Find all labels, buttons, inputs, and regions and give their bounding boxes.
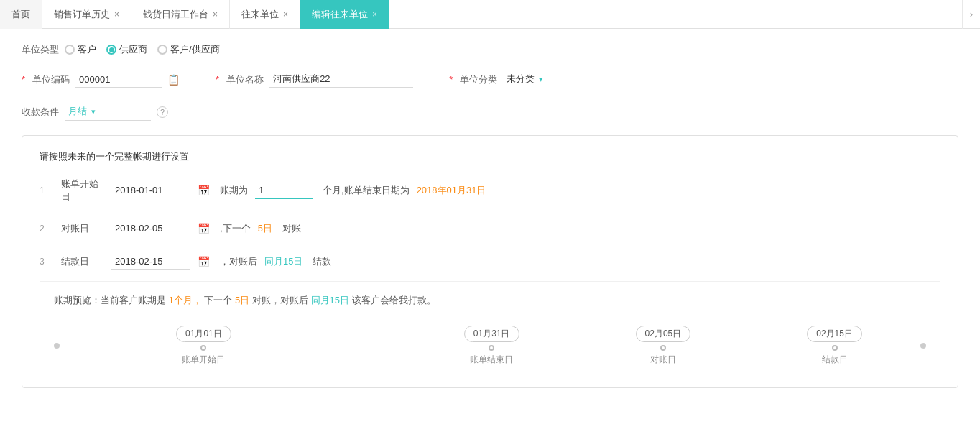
tab-home[interactable]: 首页 bbox=[0, 0, 42, 29]
unit-info-row: * 单位编码 📋 * 单位名称 * 单位分类 未分类 ▾ bbox=[22, 70, 958, 88]
payment-terms-group: 收款条件 月结 ▾ ? bbox=[22, 103, 168, 121]
close-partner-icon[interactable]: × bbox=[283, 9, 288, 19]
row-1-end-date: 2018年01月31日 bbox=[417, 184, 486, 197]
preview-section: 账期预览：当前客户账期是 1个月， 下一个 5日 对账，对账后 同月15日 该客… bbox=[40, 281, 940, 318]
unit-type-group: 单位类型 客户 供应商 客户/供应商 bbox=[22, 43, 220, 56]
radio-supplier-label: 供应商 bbox=[119, 43, 147, 56]
unit-type-row: 单位类型 客户 供应商 客户/供应商 bbox=[22, 43, 958, 56]
radio-customer-circle bbox=[65, 45, 75, 55]
row-1-label: 账单开始日 bbox=[61, 178, 104, 203]
tab-cash-work[interactable]: 钱货日清工作台 × bbox=[131, 0, 230, 29]
row-1-num: 1 bbox=[40, 185, 54, 196]
unit-category-arrow-icon: ▾ bbox=[539, 75, 543, 84]
radio-supplier-circle bbox=[106, 45, 116, 55]
detail-row-2: 2 对账日 📅 ,下一个 5日 对账 bbox=[40, 221, 940, 236]
tab-cash-work-label: 钱货日清工作台 bbox=[143, 8, 208, 21]
timeline-seg-3 bbox=[519, 346, 636, 346]
timeline-node-4-dot bbox=[832, 345, 838, 351]
row-2-date-input[interactable] bbox=[111, 221, 190, 236]
radio-supplier[interactable]: 供应商 bbox=[106, 43, 147, 56]
preview-period: 1个月， bbox=[169, 295, 202, 305]
row-3-num: 3 bbox=[40, 257, 54, 267]
unit-name-group: * 单位名称 bbox=[216, 72, 413, 88]
payment-terms-row: 收款条件 月结 ▾ ? bbox=[22, 103, 958, 121]
payment-terms-value: 月结 bbox=[68, 105, 87, 118]
unit-name-input[interactable] bbox=[269, 72, 413, 88]
preview-label: 账期预览：当前客户账期是 bbox=[54, 295, 166, 305]
tab-partner-label: 往来单位 bbox=[241, 8, 279, 21]
timeline-node-1-date: 01月01日 bbox=[176, 326, 231, 342]
help-icon[interactable]: ? bbox=[157, 106, 168, 118]
tab-partner[interactable]: 往来单位 × bbox=[230, 0, 300, 29]
close-cash-work-icon[interactable]: × bbox=[213, 9, 218, 19]
row-2-label: 对账日 bbox=[61, 222, 104, 235]
payment-terms-select[interactable]: 月结 ▾ bbox=[65, 103, 151, 121]
unit-code-input[interactable] bbox=[75, 72, 162, 88]
unit-type-radio-group: 客户 供应商 客户/供应商 bbox=[65, 43, 220, 56]
timeline-node-3-label: 对账日 bbox=[650, 354, 676, 366]
unit-code-label: 单位编码 bbox=[32, 73, 70, 86]
radio-customer[interactable]: 客户 bbox=[65, 43, 96, 56]
tab-sales-history[interactable]: 销售订单历史 × bbox=[42, 0, 131, 29]
timeline-node-3-dot bbox=[660, 345, 666, 351]
unit-category-label: 单位分类 bbox=[460, 73, 497, 86]
timeline-node-3: 02月05日 对账日 bbox=[636, 326, 691, 366]
payment-terms-label: 收款条件 bbox=[22, 106, 59, 119]
close-edit-partner-icon[interactable]: × bbox=[372, 9, 377, 19]
row-1-date-input[interactable] bbox=[111, 183, 190, 198]
preview-reconcile-highlight: 5日 bbox=[235, 295, 249, 305]
period-input[interactable] bbox=[255, 183, 313, 199]
timeline-end-dot bbox=[920, 343, 926, 349]
copy-icon[interactable]: 📋 bbox=[167, 74, 180, 86]
timeline-node-1: 01月01日 账单开始日 bbox=[176, 326, 231, 366]
timeline-seg-4 bbox=[690, 346, 807, 346]
preview-payment-highlight: 同月15日 bbox=[311, 295, 349, 305]
radio-customer-label: 客户 bbox=[78, 43, 96, 56]
row-3-label: 结款日 bbox=[61, 255, 104, 268]
row-2-desc-prefix: ,下一个 bbox=[220, 222, 251, 235]
preview-text: 账期预览：当前客户账期是 1个月， 下一个 5日 对账，对账后 同月15日 该客… bbox=[54, 292, 926, 308]
timeline-node-1-dot bbox=[200, 345, 206, 351]
main-content: 单位类型 客户 供应商 客户/供应商 * 单位编码 bbox=[0, 29, 980, 437]
radio-both-label: 客户/供应商 bbox=[170, 43, 220, 56]
row-3-desc-suffix: 结款 bbox=[313, 255, 331, 268]
tab-sales-history-label: 销售订单历史 bbox=[54, 8, 110, 21]
payment-terms-arrow-icon: ▾ bbox=[91, 107, 96, 116]
unit-type-label: 单位类型 bbox=[22, 43, 59, 56]
tab-edit-partner-label: 编辑往来单位 bbox=[312, 8, 368, 21]
preview-reconcile-prefix: 下一个 bbox=[204, 295, 232, 305]
timeline-container: 01月01日 账单开始日 01月31日 账单结束日 02月05日 对账日 bbox=[40, 318, 940, 373]
row-3-date-input[interactable] bbox=[111, 254, 190, 270]
row-1-desc-suffix: 个月,账单结束日期为 bbox=[323, 184, 410, 197]
timeline-seg-5 bbox=[862, 346, 920, 346]
unit-name-label: 单位名称 bbox=[226, 73, 264, 86]
timeline-seg-2 bbox=[231, 346, 464, 346]
detail-row-3: 3 结款日 📅 ，对账后 同月15日 结款 bbox=[40, 254, 940, 270]
row-2-highlight1: 5日 bbox=[258, 222, 272, 235]
timeline-node-2: 01月31日 账单结束日 bbox=[464, 326, 519, 366]
timeline-node-2-dot bbox=[489, 345, 494, 351]
unit-category-select[interactable]: 未分类 ▾ bbox=[503, 70, 589, 88]
detail-row-1: 1 账单开始日 📅 账期为 个月,账单结束日期为 2018年01月31日 bbox=[40, 178, 940, 203]
row-1-desc-prefix: 账期为 bbox=[220, 184, 248, 197]
row-2-cal-icon[interactable]: 📅 bbox=[198, 223, 210, 234]
close-sales-history-icon[interactable]: × bbox=[114, 9, 119, 19]
row-3-cal-icon[interactable]: 📅 bbox=[198, 256, 210, 267]
timeline-node-4-date: 02月15日 bbox=[807, 326, 862, 342]
radio-both[interactable]: 客户/供应商 bbox=[157, 43, 220, 56]
unit-code-group: * 单位编码 📋 bbox=[22, 72, 180, 88]
unit-category-value: 未分类 bbox=[507, 73, 535, 86]
timeline-node-2-label: 账单结束日 bbox=[470, 354, 513, 366]
timeline-node-1-label: 账单开始日 bbox=[182, 354, 225, 366]
row-2-desc-suffix: 对账 bbox=[282, 222, 301, 235]
row-3-highlight2: 同月15日 bbox=[264, 255, 302, 268]
timeline-seg-1 bbox=[60, 346, 176, 346]
row-1-cal-icon[interactable]: 📅 bbox=[198, 185, 210, 196]
unit-category-group: * 单位分类 未分类 ▾ bbox=[449, 70, 589, 88]
tab-home-label: 首页 bbox=[11, 8, 30, 21]
tab-edit-partner[interactable]: 编辑往来单位 × bbox=[300, 0, 389, 29]
unit-code-star: * bbox=[22, 74, 25, 85]
tab-bar: 首页 销售订单历史 × 钱货日清工作台 × 往来单位 × 编辑往来单位 × › bbox=[0, 0, 980, 29]
timeline-node-3-date: 02月05日 bbox=[636, 326, 691, 342]
tab-overflow-arrow[interactable]: › bbox=[962, 0, 980, 29]
